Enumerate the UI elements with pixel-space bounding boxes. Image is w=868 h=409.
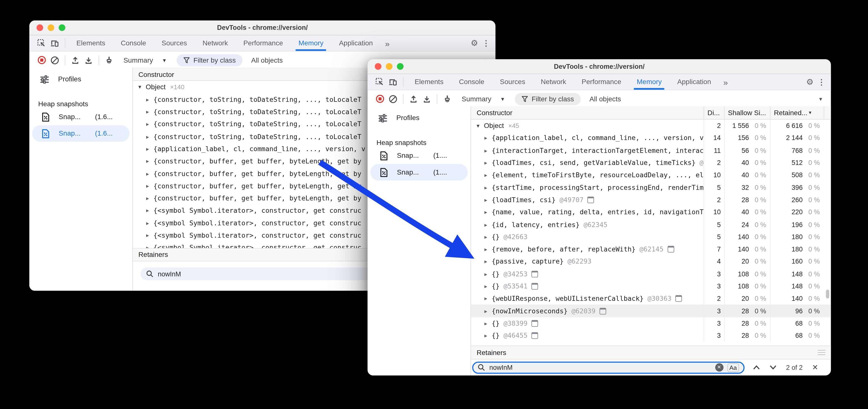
devtools-tab[interactable]: Elements: [407, 74, 451, 90]
kebab-menu-icon[interactable]: ⋮: [481, 39, 491, 48]
reveal-in-window-icon[interactable]: [668, 246, 674, 253]
next-result-icon[interactable]: [769, 365, 777, 370]
more-tabs-icon[interactable]: »: [380, 35, 394, 51]
heap-object-row[interactable]: ▶ {webUIResponse, webUIListenerCallback}…: [471, 292, 831, 305]
constructor-column-header[interactable]: Constructor: [471, 109, 703, 116]
perspective-caret-icon[interactable]: ▼: [162, 57, 167, 63]
reveal-in-window-icon[interactable]: [531, 332, 538, 339]
expand-triangle-icon[interactable]: ▶: [484, 135, 487, 141]
expand-triangle-icon[interactable]: ▶: [146, 109, 149, 115]
devtools-tab[interactable]: Application: [670, 74, 719, 90]
reveal-in-window-icon[interactable]: [531, 320, 538, 327]
expand-triangle-icon[interactable]: ▶: [146, 97, 149, 102]
objects-filter-select[interactable]: All objects: [251, 56, 283, 64]
objects-filter-caret-icon[interactable]: ▼: [818, 96, 823, 101]
devtools-tab[interactable]: Network: [195, 35, 236, 51]
shallow-size-column-header[interactable]: Shallow Si...: [724, 106, 770, 119]
record-heap-icon[interactable]: [35, 54, 48, 67]
close-search-icon[interactable]: ✕: [812, 363, 818, 372]
minimize-window-button[interactable]: [386, 63, 393, 70]
settings-gear-icon[interactable]: ⚙: [803, 77, 816, 87]
expand-triangle-icon[interactable]: ▶: [146, 134, 149, 139]
distance-column-header[interactable]: Di...: [704, 106, 724, 119]
object-root-row[interactable]: ▼ Object ×45 2 1 5560 % 6 6160 %: [471, 120, 831, 132]
perspective-select[interactable]: Summary: [123, 56, 153, 64]
heap-snapshot-item[interactable]: Snap... (1....: [370, 147, 468, 164]
devtools-tab[interactable]: Sources: [154, 35, 195, 51]
more-tabs-icon[interactable]: »: [719, 74, 733, 90]
objects-filter-select[interactable]: All objects: [590, 95, 621, 103]
close-window-button[interactable]: [375, 63, 381, 70]
devtools-tab[interactable]: Console: [113, 35, 154, 51]
vertical-scrollbar-thumb[interactable]: [826, 290, 829, 298]
expand-triangle-icon[interactable]: ▶: [484, 222, 487, 227]
collapse-triangle-icon[interactable]: ▼: [138, 84, 142, 90]
clear-profiles-icon[interactable]: [386, 92, 400, 106]
expand-triangle-icon[interactable]: ▶: [484, 284, 487, 289]
titlebar[interactable]: DevTools - chrome://version/: [29, 21, 495, 35]
collapse-triangle-icon[interactable]: ▼: [477, 123, 479, 128]
heap-object-row[interactable]: ▶ {remove, before, after, replaceWith} @…: [471, 243, 831, 255]
inspect-element-icon[interactable]: [373, 74, 386, 90]
expand-triangle-icon[interactable]: ▶: [484, 308, 487, 314]
expand-triangle-icon[interactable]: ▶: [484, 148, 487, 153]
expand-triangle-icon[interactable]: ▶: [484, 197, 487, 202]
filter-by-class-pill[interactable]: Filter by class: [515, 93, 581, 105]
reveal-in-window-icon[interactable]: [675, 295, 682, 302]
heap-object-row[interactable]: ▶ {} @53541 3 1080 % 1480 %: [471, 280, 831, 292]
heap-snapshot-item[interactable]: Snap... (1....: [370, 164, 468, 180]
heap-snapshot-item[interactable]: Snap... (1.6...: [32, 109, 129, 125]
load-profile-icon[interactable]: [69, 54, 82, 67]
heap-object-row[interactable]: ▶ {passive, capture} @62293 4 200 % 1600…: [471, 255, 831, 268]
heap-object-row[interactable]: ▶ {} @46455 3 280 % 680 %: [471, 330, 831, 342]
heap-object-row[interactable]: ▶ {loadTimes, csi, send, getVariableValu…: [471, 156, 831, 169]
settings-gear-icon[interactable]: ⚙: [468, 38, 481, 48]
zoom-window-button[interactable]: [397, 63, 404, 70]
perspective-select[interactable]: Summary: [462, 95, 491, 103]
reveal-in-window-icon[interactable]: [587, 197, 594, 203]
heap-object-row[interactable]: ▶ {interactionTarget, interactionTargetE…: [471, 144, 831, 156]
device-toolbar-icon[interactable]: [48, 35, 61, 51]
expand-triangle-icon[interactable]: ▶: [484, 271, 487, 276]
expand-triangle-icon[interactable]: ▶: [484, 321, 487, 326]
expand-triangle-icon[interactable]: ▶: [484, 333, 487, 338]
retainers-bar[interactable]: Retainers: [471, 346, 831, 359]
expand-triangle-icon[interactable]: ▶: [484, 259, 487, 264]
expand-triangle-icon[interactable]: ▶: [484, 246, 487, 252]
devtools-tab[interactable]: Performance: [236, 35, 291, 51]
titlebar[interactable]: DevTools - chrome://version/: [368, 59, 831, 74]
retainers-menu-icon[interactable]: [818, 350, 825, 355]
expand-triangle-icon[interactable]: ▶: [146, 171, 149, 176]
reveal-in-window-icon[interactable]: [599, 308, 606, 314]
device-toolbar-icon[interactable]: [386, 74, 400, 90]
minimize-window-button[interactable]: [48, 24, 54, 31]
reveal-in-window-icon[interactable]: [531, 283, 538, 290]
devtools-tab[interactable]: Application: [331, 35, 380, 51]
close-window-button[interactable]: [36, 24, 43, 31]
expand-triangle-icon[interactable]: ▶: [484, 160, 487, 166]
devtools-tab[interactable]: Network: [533, 74, 574, 90]
devtools-tab[interactable]: Elements: [69, 35, 113, 51]
clean-garbage-icon[interactable]: [441, 92, 454, 106]
devtools-tab[interactable]: Memory: [629, 74, 669, 90]
clean-garbage-icon[interactable]: [102, 54, 116, 67]
expand-triangle-icon[interactable]: ▶: [484, 172, 487, 178]
match-case-button[interactable]: Aa: [727, 363, 739, 372]
profiles-header[interactable]: Profiles: [368, 110, 470, 126]
devtools-tab[interactable]: Memory: [291, 35, 331, 51]
heap-object-row[interactable]: ▶ {} @34253 3 1080 % 1480 %: [471, 268, 831, 280]
devtools-tab[interactable]: Sources: [492, 74, 533, 90]
heap-object-row[interactable]: ▶ {id, latency, entries} @62345 5 240 % …: [471, 218, 831, 231]
expand-triangle-icon[interactable]: ▶: [146, 245, 149, 248]
devtools-tab[interactable]: Performance: [574, 74, 629, 90]
load-profile-icon[interactable]: [407, 92, 420, 106]
expand-triangle-icon[interactable]: ▶: [146, 121, 149, 127]
expand-triangle-icon[interactable]: ▶: [146, 196, 149, 201]
inspect-element-icon[interactable]: [35, 35, 48, 51]
clear-profiles-icon[interactable]: [48, 54, 61, 67]
previous-result-icon[interactable]: [753, 365, 760, 370]
kebab-menu-icon[interactable]: ⋮: [816, 78, 826, 86]
expand-triangle-icon[interactable]: ▶: [146, 220, 149, 226]
retained-size-column-header[interactable]: Retained...▼: [770, 106, 824, 119]
heap-object-row[interactable]: ▶ {startTime, processingStart, processin…: [471, 181, 831, 194]
